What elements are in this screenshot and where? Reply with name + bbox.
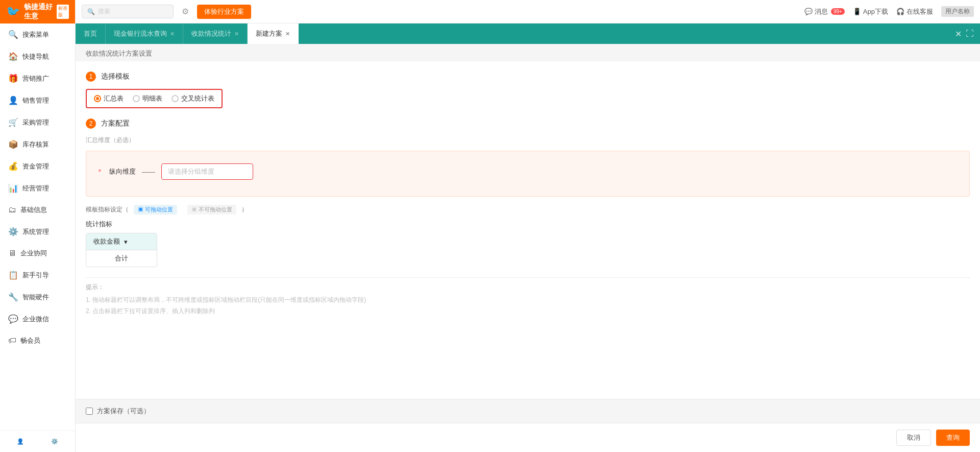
tool-icon: 🔧	[8, 292, 18, 302]
tab-cashflow-close[interactable]: ✕	[170, 31, 175, 37]
dimension-select[interactable]: 请选择分组维度	[161, 163, 253, 180]
step1-title: 选择模板	[101, 72, 130, 81]
message-btn[interactable]: 💬 消息 99+	[804, 7, 845, 16]
column-header-chevron[interactable]	[124, 238, 128, 246]
message-badge: 99+	[831, 8, 845, 15]
folder-icon: 🗂	[8, 205, 16, 215]
column-header-label: 收款金额	[93, 237, 120, 246]
user-name: 用户名称	[945, 8, 970, 15]
settings-icon[interactable]: ⚙	[182, 7, 189, 16]
radio-summary-circle	[94, 95, 101, 102]
stats-label: 统计指标	[86, 220, 970, 229]
query-button[interactable]: 查询	[936, 430, 970, 446]
save-section: 方案保存（可选）	[76, 399, 980, 423]
sidebar-label-basic: 基础信息	[20, 205, 47, 215]
tab-home[interactable]: 首页	[76, 23, 106, 44]
tab-new-plan-close[interactable]: ✕	[285, 31, 290, 37]
download-icon: 📱	[853, 8, 861, 15]
step2-title: 方案配置	[101, 119, 130, 128]
logo-icon: 🐦	[6, 5, 20, 18]
message-label: 消息	[815, 7, 828, 16]
sidebar-item-finance[interactable]: 💰 资金管理	[0, 155, 75, 177]
topbar-search-text: 搜索	[98, 7, 110, 16]
box-icon: 📦	[8, 139, 18, 149]
tab-collection-close[interactable]: ✕	[234, 31, 239, 37]
sidebar-item-hardware[interactable]: 🔧 智能硬件	[0, 286, 75, 308]
sidebar-item-marketing[interactable]: 🎁 营销推广	[0, 67, 75, 89]
dimension-select-placeholder: 请选择分组维度	[168, 168, 214, 175]
sidebar-label-system: 系统管理	[22, 227, 49, 236]
tab-collection[interactable]: 收款情况统计 ✕	[183, 23, 248, 44]
tab-cashflow-label: 现金银行流水查询	[114, 29, 167, 38]
sidebar-item-sales[interactable]: 👤 销售管理	[0, 89, 75, 111]
sidebar-item-operation[interactable]: 📊 经营管理	[0, 177, 75, 199]
service-label: 在线客服	[906, 7, 933, 16]
gift-icon: 🎁	[8, 74, 18, 83]
tab-home-label: 首页	[84, 29, 97, 38]
cancel-button[interactable]: 取消	[896, 430, 931, 446]
radio-detail-circle	[133, 95, 140, 102]
app-download-btn[interactable]: 📱 App下载	[853, 7, 888, 16]
draggable-indicator: ▣	[138, 206, 143, 212]
tab-new-plan[interactable]: 新建方案 ✕	[248, 23, 299, 44]
message-icon: 💬	[804, 8, 813, 15]
sidebar-bottom-btn2[interactable]: ⚙️	[39, 435, 71, 448]
step2-section: 2 方案配置 汇总维度（必选） ＊ 纵向维度 —— 请选择分组	[86, 118, 970, 317]
sidebar-item-quick-nav[interactable]: 🏠 快捷导航	[0, 45, 75, 67]
sidebar-label-sales: 销售管理	[22, 96, 49, 105]
tab-cashflow[interactable]: 现金银行流水查询 ✕	[106, 23, 183, 44]
close-all-icon[interactable]: ✕	[955, 29, 962, 39]
user-info[interactable]: 用户名称	[941, 6, 974, 17]
sidebar-label-inventory: 库存核算	[22, 140, 49, 149]
radio-cross[interactable]: 交叉统计表	[172, 94, 214, 103]
save-checkbox[interactable]	[86, 408, 93, 415]
page-breadcrumb: 收款情况统计方案设置	[76, 44, 980, 61]
non-draggable-indicator: ▣	[191, 206, 197, 212]
edition-badge: 标准版	[57, 5, 69, 19]
metrics-table-header[interactable]: 收款金额	[86, 233, 157, 250]
topbar-right: 💬 消息 99+ 📱 App下载 🎧 在线客服 用户名称	[804, 6, 974, 17]
metrics-header-suffix: ）	[241, 205, 248, 214]
sidebar-label-operation: 经营管理	[22, 184, 49, 193]
metrics-header: 模板指标设定（ ▣ 可拖动位置 ▣ 不可拖动位置 ）	[86, 205, 970, 215]
cart-icon: 🛒	[8, 117, 18, 127]
sidebar-item-enterprise[interactable]: 🖥 企业协同	[0, 243, 75, 264]
sidebar-item-purchase[interactable]: 🛒 采购管理	[0, 111, 75, 133]
required-mark: ＊	[96, 167, 103, 176]
sidebar-logo: 🐦 畅捷通好生意 标准版	[0, 0, 75, 23]
tabbar-actions: ✕ ⛶	[949, 23, 980, 44]
radio-detail-label: 明细表	[142, 94, 162, 103]
screen-icon: 🖥	[8, 249, 16, 258]
dimension-config: 汇总维度（必选） ＊ 纵向维度 —— 请选择分组维度	[86, 136, 970, 197]
radio-detail[interactable]: 明细表	[133, 94, 162, 103]
sidebar-item-newbie[interactable]: 📋 新手引导	[0, 264, 75, 286]
app-download-label: App下载	[863, 7, 888, 16]
non-draggable-badge: ▣ 不可拖动位置	[187, 205, 236, 215]
trial-industry-btn[interactable]: 体验行业方案	[197, 5, 251, 19]
tips-item-1: 1. 拖动标题栏可以调整布局，不可跨维度或指标区域拖动栏目段(只能在同一维度或指…	[86, 295, 970, 306]
sidebar-item-system[interactable]: ⚙️ 系统管理	[0, 221, 75, 243]
sidebar-item-search[interactable]: 🔍 搜索菜单	[0, 23, 75, 45]
tips-item-2: 2. 点击标题栏下拉可设置排序、插入列和删除列	[86, 306, 970, 317]
sidebar-item-inventory[interactable]: 📦 库存核算	[0, 133, 75, 155]
metrics-header-label: 模板指标设定（	[86, 205, 129, 214]
wechat-icon: 💬	[8, 314, 18, 324]
sidebar-label-quick-nav: 快捷导航	[22, 52, 49, 61]
expand-icon[interactable]: ⛶	[966, 29, 974, 38]
sidebar-item-basic[interactable]: 🗂 基础信息	[0, 199, 75, 221]
money-icon: 💰	[8, 161, 18, 171]
sidebar-label-search: 搜索菜单	[22, 30, 49, 39]
sidebar-bottom-btn1[interactable]: 👤	[4, 435, 37, 448]
online-service-btn[interactable]: 🎧 在线客服	[896, 7, 933, 16]
radio-summary[interactable]: 汇总表	[94, 94, 124, 103]
topbar-search-box[interactable]: 🔍 搜索	[82, 5, 174, 18]
dimension-arrow: ——	[142, 168, 155, 176]
metrics-section: 模板指标设定（ ▣ 可拖动位置 ▣ 不可拖动位置 ） 统计指标	[86, 205, 970, 267]
template-selection: 汇总表 明细表 交叉统计表	[86, 89, 223, 108]
sidebar-item-wechat[interactable]: 💬 企业微信	[0, 308, 75, 330]
sidebar-label-marketing: 营销推广	[22, 74, 49, 83]
sidebar-item-member[interactable]: 🏷 畅会员	[0, 330, 75, 351]
dimension-area: ＊ 纵向维度 —— 请选择分组维度	[86, 151, 970, 197]
non-draggable-label: 不可拖动位置	[199, 206, 232, 212]
dimension-section-label-text: 汇总维度（必选）	[86, 136, 135, 144]
